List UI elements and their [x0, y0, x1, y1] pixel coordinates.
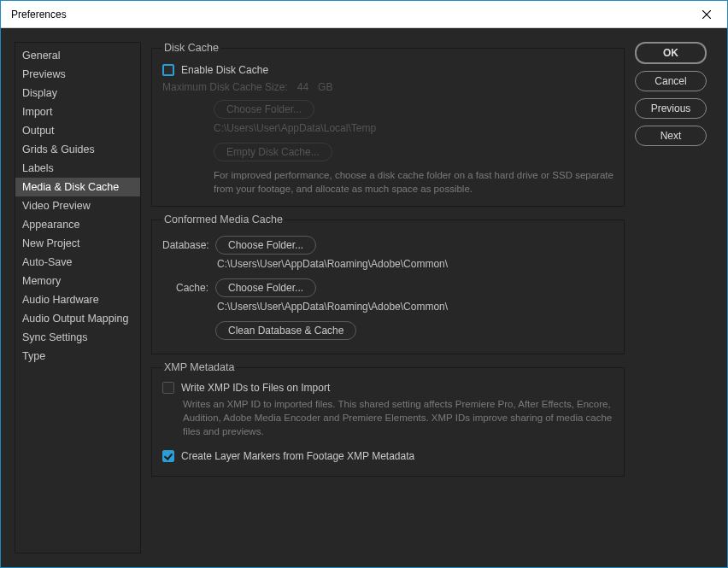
- sidebar-item-general[interactable]: General: [15, 46, 140, 65]
- max-cache-size-unit: GB: [318, 81, 332, 93]
- disk-cache-path: C:\Users\User\AppData\Local\Temp: [214, 122, 376, 134]
- sidebar-item-display[interactable]: Display: [15, 84, 140, 102]
- sidebar-item-previews[interactable]: Previews: [15, 65, 140, 84]
- disk-cache-choose-folder-button: Choose Folder...: [214, 100, 314, 119]
- conformed-title: Conformed Media Cache: [162, 214, 285, 225]
- enable-disk-cache-checkbox[interactable]: [162, 64, 174, 76]
- max-cache-size-row: Maximum Disk Cache Size: 44 GB: [162, 81, 614, 93]
- sidebar-item-grids-guides[interactable]: Grids & Guides: [15, 140, 140, 159]
- preferences-sidebar: General Previews Display Import Output G…: [15, 42, 141, 553]
- max-cache-size-label: Maximum Disk Cache Size:: [162, 81, 288, 93]
- disk-cache-title: Disk Cache: [162, 42, 220, 54]
- title-bar: Preferences: [1, 1, 727, 28]
- window-title: Preferences: [11, 9, 67, 20]
- create-layer-markers-label: Create Layer Markers from Footage XMP Me…: [181, 450, 414, 462]
- close-button[interactable]: [690, 3, 724, 26]
- write-xmp-ids-help: Writes an XMP ID to imported files. This…: [183, 397, 614, 438]
- previous-button[interactable]: Previous: [635, 98, 707, 119]
- sidebar-item-auto-save[interactable]: Auto-Save: [15, 253, 140, 272]
- disk-cache-help: For improved performance, choose a disk …: [214, 168, 614, 196]
- cache-label: Cache:: [162, 282, 208, 294]
- xmp-metadata-panel: XMP Metadata Write XMP IDs to Files on I…: [151, 361, 625, 477]
- conformed-media-cache-panel: Conformed Media Cache Database: Choose F…: [151, 214, 625, 354]
- xmp-title: XMP Metadata: [162, 361, 236, 373]
- enable-disk-cache-label: Enable Disk Cache: [181, 64, 268, 76]
- sidebar-item-audio-output-mapping[interactable]: Audio Output Mapping: [15, 309, 140, 328]
- sidebar-item-audio-hardware[interactable]: Audio Hardware: [15, 290, 140, 309]
- close-icon: [702, 10, 711, 19]
- database-path: C:\Users\User\AppData\Roaming\Adobe\Comm…: [217, 258, 614, 270]
- write-xmp-ids-checkbox[interactable]: [162, 382, 174, 394]
- sidebar-item-output[interactable]: Output: [15, 121, 140, 140]
- sidebar-item-memory[interactable]: Memory: [15, 272, 140, 290]
- sidebar-item-labels[interactable]: Labels: [15, 159, 140, 178]
- empty-disk-cache-button: Empty Disk Cache...: [214, 143, 332, 161]
- sidebar-item-media-disk-cache[interactable]: Media & Disk Cache: [15, 178, 140, 196]
- disk-cache-panel: Disk Cache Enable Disk Cache Maximum Dis…: [151, 42, 625, 207]
- next-button[interactable]: Next: [635, 126, 707, 146]
- clean-database-cache-button[interactable]: Clean Database & Cache: [215, 321, 356, 340]
- create-layer-markers-checkbox[interactable]: [162, 450, 174, 462]
- cancel-button[interactable]: Cancel: [635, 71, 707, 91]
- cache-choose-folder-button[interactable]: Choose Folder...: [215, 278, 316, 297]
- dialog-actions: OK Cancel Previous Next: [635, 42, 713, 553]
- database-choose-folder-button[interactable]: Choose Folder...: [215, 236, 316, 255]
- sidebar-item-sync-settings[interactable]: Sync Settings: [15, 328, 140, 347]
- enable-disk-cache-row: Enable Disk Cache: [162, 64, 614, 76]
- write-xmp-ids-label: Write XMP IDs to Files on Import: [181, 382, 330, 394]
- ok-button[interactable]: OK: [635, 42, 707, 64]
- max-cache-size-value: 44: [297, 81, 308, 93]
- sidebar-item-import[interactable]: Import: [15, 102, 140, 121]
- cache-path: C:\Users\User\AppData\Roaming\Adobe\Comm…: [217, 301, 614, 313]
- sidebar-item-new-project[interactable]: New Project: [15, 234, 140, 253]
- dialog-content: General Previews Display Import Output G…: [1, 28, 727, 567]
- database-label: Database:: [162, 239, 208, 251]
- preferences-main: Disk Cache Enable Disk Cache Maximum Dis…: [151, 42, 625, 553]
- sidebar-item-video-preview[interactable]: Video Preview: [15, 196, 140, 215]
- sidebar-item-appearance[interactable]: Appearance: [15, 215, 140, 234]
- sidebar-item-type[interactable]: Type: [15, 347, 140, 366]
